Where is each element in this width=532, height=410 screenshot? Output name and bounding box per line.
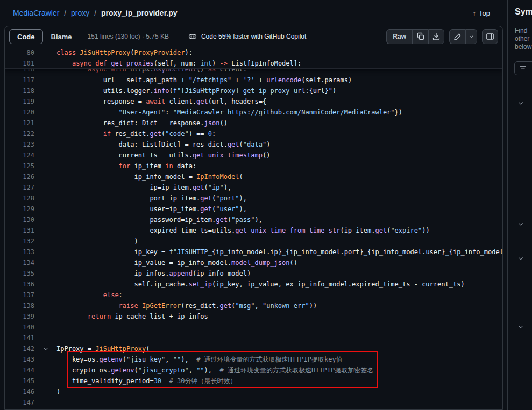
edit-dropdown-button[interactable] (465, 29, 477, 44)
tab-blame[interactable]: Blame (43, 29, 80, 44)
line-number[interactable]: 138 (5, 302, 34, 310)
download-button[interactable] (428, 29, 444, 44)
code-line: 137 else: (5, 290, 502, 300)
line-number[interactable]: 124 (5, 152, 34, 159)
line-number[interactable]: 126 (5, 173, 34, 181)
copy-button[interactable] (412, 29, 428, 44)
symbols-panel-title: Sym (515, 7, 532, 17)
raw-button[interactable]: Raw (386, 29, 412, 44)
line-number[interactable]: 129 (5, 205, 34, 213)
line-number[interactable]: 139 (5, 313, 34, 320)
symbols-description-fragment: Find (515, 27, 531, 35)
code-text: else: (56, 291, 502, 299)
line-number[interactable]: 127 (5, 184, 34, 191)
line-number[interactable]: 145 (5, 377, 34, 385)
symbols-description-fragment: below (515, 43, 531, 51)
code-line: 117 url = self.api_path + "/fetchips" + … (5, 75, 502, 85)
code-text: crypto=os.getenv("jisu_crypto", ""), # 通… (56, 366, 502, 375)
code-text: url = self.api_path + "/fetchips" + '?' … (56, 76, 502, 84)
line-number[interactable]: 132 (5, 238, 34, 245)
symbol-section-chevron-down-icon[interactable] (517, 255, 524, 262)
line-number[interactable]: 117 (5, 76, 34, 84)
code-text: ip_infos.append(ip_info_model) (56, 270, 502, 277)
line-number[interactable]: 101 (5, 60, 34, 67)
code-text: ip_value = ip_info_model.model_dump_json… (56, 259, 502, 267)
line-number[interactable]: 135 (5, 270, 34, 277)
filter-icon (519, 64, 527, 72)
code-line: 133 ip_key = f"JISUHTTP_{ip_info_model.i… (5, 247, 502, 257)
code-line: 136 self.ip_cache.set_ip(ip_key, ip_valu… (5, 279, 502, 290)
line-number[interactable]: 119 (5, 98, 34, 105)
code-line: 135 ip_infos.append(ip_info_model) (5, 268, 502, 279)
breadcrumb-filename: proxy_ip_provider.py (101, 9, 178, 17)
line-number[interactable]: 136 (5, 280, 34, 288)
line-number[interactable]: 120 (5, 109, 34, 116)
symbol-section-chevron-down-icon[interactable] (517, 221, 524, 227)
line-number[interactable]: 137 (5, 291, 34, 299)
main-content: MediaCrawler / proxy / proxy_ip_provider… (0, 0, 507, 410)
code-line: 144 crypto=os.getenv("jisu_crypto", ""),… (5, 365, 502, 376)
fold-chevron-down-icon[interactable] (34, 346, 56, 352)
code-line: 118 utils.logger.info(f"[JiSuHttpProxy] … (5, 85, 502, 96)
line-number[interactable]: 118 (5, 87, 34, 95)
code-text: async def get_proxies(self, num: int) ->… (56, 60, 502, 67)
back-to-top-label: Top (479, 9, 490, 17)
symbols-panel-description: Findotherbelow (515, 27, 531, 51)
code-text: ip_key = f"JISUHTTP_{ip_info_model.ip}_{… (56, 248, 502, 256)
code-line: 130 password=ip_item.get("pass"), (5, 214, 502, 225)
edit-button[interactable] (449, 29, 465, 44)
edit-actions-group (449, 29, 477, 44)
line-number[interactable]: 125 (5, 162, 34, 170)
line-number[interactable]: 141 (5, 334, 34, 342)
line-number[interactable]: 146 (5, 388, 34, 395)
line-number[interactable]: 128 (5, 195, 34, 202)
back-to-top-button[interactable]: ↑ Top (473, 9, 490, 17)
breadcrumb-repo-link[interactable]: MediaCrawler (13, 9, 59, 17)
code-line: 145 time_validity_period=30 # 30分钟（最长时效） (5, 376, 502, 386)
line-number[interactable]: 130 (5, 216, 34, 224)
code-view: 116 async with httpx.AsyncClient() as cl… (5, 47, 502, 410)
breadcrumb-dir-link[interactable]: proxy (71, 9, 89, 17)
breadcrumb: MediaCrawler / proxy / proxy_ip_provider… (13, 9, 178, 17)
code-text: raise IpGetError(res_dict.get("msg", "un… (56, 302, 502, 310)
tab-code[interactable]: Code (9, 29, 43, 44)
symbols-filter-input[interactable] (514, 61, 532, 75)
code-line: 122 if res_dict.get("code") == 0: (5, 128, 502, 139)
code-line: 123 data: List[Dict] = res_dict.get("dat… (5, 139, 502, 150)
line-number[interactable]: 133 (5, 248, 34, 256)
symbol-section-chevron-down-icon[interactable] (517, 323, 524, 330)
line-number[interactable]: 80 (5, 49, 34, 56)
code-line: 142IpProxy = JiSuHttpProxy( (5, 343, 502, 354)
symbol-section-chevron-down-icon[interactable] (517, 100, 524, 106)
line-number[interactable]: 121 (5, 119, 34, 127)
symbols-panel: Sym Findotherbelow (508, 0, 532, 410)
code-line: 120 "User-Agent": "MediaCrawler https://… (5, 107, 502, 118)
toolbar-actions: Raw (386, 29, 498, 44)
copy-icon (416, 32, 425, 41)
file-meta-info: 151 lines (130 loc) · 5.75 KB (88, 33, 169, 40)
code-line: 125 for ip_item in data: (5, 161, 502, 171)
line-number[interactable]: 122 (5, 130, 34, 138)
code-text: current_ts = utils.get_unix_timestamp() (56, 152, 502, 159)
chevron-down-icon (469, 34, 474, 39)
code-lines: 116 async with httpx.AsyncClient() as cl… (5, 47, 502, 408)
code-blame-switcher: Code Blame (9, 29, 80, 44)
code-text: ip_info_model = IpInfoModel( (56, 173, 502, 181)
code-line: 146) (5, 386, 502, 397)
line-number[interactable]: 142 (5, 345, 34, 353)
line-number[interactable]: 140 (5, 323, 34, 331)
line-number[interactable]: 147 (5, 399, 34, 406)
download-icon (432, 32, 441, 41)
copilot-banner: Code 55% faster with GitHub Copilot (188, 32, 306, 41)
code-line: 147 (5, 397, 502, 408)
line-number[interactable]: 134 (5, 259, 34, 267)
symbols-panel-toggle-button[interactable] (482, 29, 498, 44)
arrow-up-icon: ↑ (473, 9, 477, 17)
breadcrumb-separator: / (64, 9, 66, 17)
file-toolbar: Code Blame 151 lines (130 loc) · 5.75 KB… (5, 26, 502, 47)
line-number[interactable]: 143 (5, 356, 34, 363)
line-number[interactable]: 123 (5, 141, 34, 148)
code-text: if res_dict.get("code") == 0: (56, 130, 502, 138)
line-number[interactable]: 131 (5, 227, 34, 234)
line-number[interactable]: 144 (5, 366, 34, 374)
